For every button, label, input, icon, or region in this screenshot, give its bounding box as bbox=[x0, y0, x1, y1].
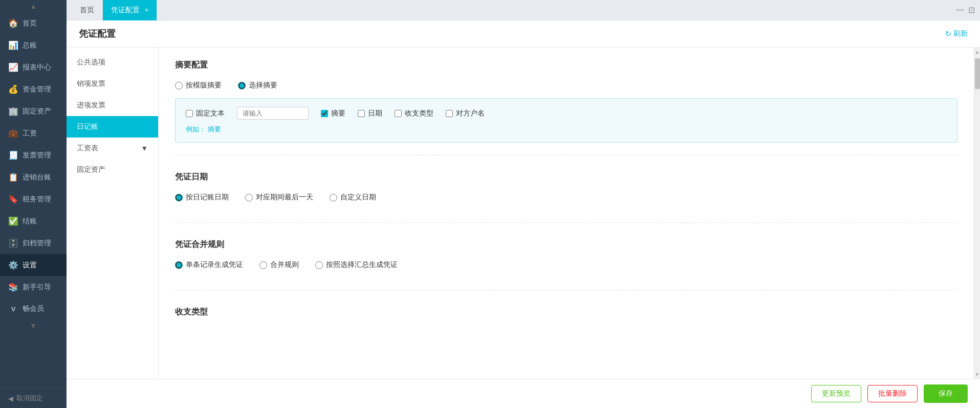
home-icon: 🏠 bbox=[8, 18, 18, 28]
date-radio-custom-input[interactable] bbox=[330, 194, 337, 201]
date-radio-group: 按日记账日期 对应期间最后一天 自定义日期 bbox=[175, 193, 957, 202]
sidebar-item-purchase[interactable]: 📋 进销台账 bbox=[0, 166, 67, 188]
date-radio-custom[interactable]: 自定义日期 bbox=[330, 193, 376, 202]
abstract-section: 摘要配置 按模版摘要 选择摘要 固定文本 bbox=[175, 60, 957, 155]
sidebar-item-label: 进销台账 bbox=[23, 173, 51, 182]
sidebar-item-reports[interactable]: 📈 报表中心 bbox=[0, 56, 67, 78]
nav-item-purchase-inv[interactable]: 进项发票 bbox=[67, 95, 158, 116]
checkbox-date-input[interactable] bbox=[358, 110, 365, 117]
checkbox-income-type[interactable]: 收支类型 bbox=[395, 109, 433, 118]
date-radio-period-last[interactable]: 对应期间最后一天 bbox=[245, 193, 313, 202]
nav-item-assets-label: 固定资产 bbox=[77, 165, 105, 174]
page-header: 凭证配置 ↻ 刷新 bbox=[67, 20, 980, 48]
merge-radio-group: 单条记录生成凭证 合并规则 按照选择汇总生成凭证 bbox=[175, 260, 957, 269]
date-radio-journal-label: 按日记账日期 bbox=[186, 193, 229, 202]
sidebar-item-invoice[interactable]: 🧾 发票管理 bbox=[0, 144, 67, 166]
sidebar-item-assets[interactable]: 🏢 固定资产 bbox=[0, 100, 67, 122]
save-button[interactable]: 保存 bbox=[924, 384, 968, 403]
date-radio-journal[interactable]: 按日记账日期 bbox=[175, 193, 229, 202]
merge-radio-summary-input[interactable] bbox=[315, 261, 323, 269]
checkbox-abstract-input[interactable] bbox=[321, 110, 328, 117]
sidebar-item-archive[interactable]: 🗄️ 归档管理 bbox=[0, 232, 67, 254]
salary-icon: 💼 bbox=[8, 128, 18, 138]
sidebar-item-funds[interactable]: 💰 资金管理 bbox=[0, 78, 67, 100]
example-value: 摘要 bbox=[208, 125, 221, 133]
checkbox-income-type-input[interactable] bbox=[395, 110, 402, 117]
tab-voucher[interactable]: 凭证配置 × bbox=[103, 0, 157, 20]
sidebar-item-ledger[interactable]: 📊 总账 bbox=[0, 34, 67, 56]
bottom-bar: 更新预览 批量删除 保存 bbox=[67, 379, 980, 408]
sidebar-item-label: 畅会员 bbox=[23, 304, 44, 313]
assets-icon: 🏢 bbox=[8, 106, 18, 116]
tab-close-icon[interactable]: × bbox=[145, 7, 148, 14]
sidebar-scroll-down[interactable]: ▼ bbox=[0, 320, 67, 332]
sidebar-item-member[interactable]: V 畅会员 bbox=[0, 298, 67, 320]
sidebar-item-label: 税务管理 bbox=[23, 195, 51, 204]
date-radio-journal-input[interactable] bbox=[175, 194, 183, 201]
merge-radio-single[interactable]: 单条记录生成凭证 bbox=[175, 260, 243, 269]
nav-item-sales[interactable]: 销项发票 bbox=[67, 73, 158, 95]
date-radio-period-last-input[interactable] bbox=[245, 194, 253, 201]
abstract-radio-select-input[interactable] bbox=[238, 82, 246, 89]
sidebar-item-home[interactable]: 🏠 首页 bbox=[0, 12, 67, 34]
merge-rule-section: 凭证合并规则 单条记录生成凭证 合并规则 按照选择汇总生成凭证 bbox=[175, 239, 957, 290]
content-area: 公共选项 销项发票 进项发票 日记账 工资表 ▼ 固定资产 摘要配置 bbox=[67, 48, 980, 379]
scrollbar-up-button[interactable]: ▲ bbox=[974, 48, 980, 56]
minimize-icon[interactable]: — bbox=[956, 5, 964, 15]
checkbox-counterpart-name-input[interactable] bbox=[446, 110, 453, 117]
merge-radio-single-input[interactable] bbox=[175, 261, 183, 269]
merge-radio-merge[interactable]: 合并规则 bbox=[259, 260, 299, 269]
nav-item-journal[interactable]: 日记账 bbox=[67, 116, 158, 138]
sidebar-item-label: 首页 bbox=[23, 19, 37, 28]
fixed-text-input[interactable] bbox=[237, 107, 309, 120]
abstract-radio-template[interactable]: 按模版摘要 bbox=[175, 81, 222, 90]
checkbox-fixed-text-input[interactable] bbox=[186, 110, 193, 117]
nav-item-public-label: 公共选项 bbox=[77, 58, 105, 67]
merge-rule-title: 凭证合并规则 bbox=[175, 239, 957, 250]
nav-item-public[interactable]: 公共选项 bbox=[67, 52, 158, 73]
merge-radio-merge-label: 合并规则 bbox=[270, 260, 299, 269]
tab-home[interactable]: 首页 bbox=[72, 0, 103, 20]
abstract-radio-template-input[interactable] bbox=[175, 82, 183, 89]
sidebar-item-label: 发票管理 bbox=[23, 151, 51, 160]
merge-radio-merge-input[interactable] bbox=[259, 261, 267, 269]
update-preview-button[interactable]: 更新预览 bbox=[811, 385, 861, 402]
checkbox-fixed-text[interactable]: 固定文本 bbox=[186, 109, 225, 118]
example-text: 例如： 摘要 bbox=[186, 125, 947, 134]
maximize-icon[interactable]: ⊡ bbox=[968, 5, 975, 15]
scrollbar-track[interactable] bbox=[974, 56, 980, 370]
nav-item-fixed-assets[interactable]: 固定资产 bbox=[67, 159, 158, 180]
sidebar-item-guide[interactable]: 📚 新手引导 bbox=[0, 276, 67, 298]
tab-bar: 首页 凭证配置 × — ⊡ bbox=[67, 0, 980, 20]
date-radio-period-last-label: 对应期间最后一天 bbox=[256, 193, 313, 202]
pin-icon: ◀ bbox=[8, 395, 13, 402]
sidebar-item-settings[interactable]: ⚙️ 设置 bbox=[0, 254, 67, 276]
checkbox-fixed-text-label: 固定文本 bbox=[196, 109, 225, 118]
scrollbar-down-button[interactable]: ▼ bbox=[974, 370, 980, 379]
tax-icon: 🔖 bbox=[8, 194, 18, 204]
scrollbar-thumb[interactable] bbox=[975, 58, 980, 89]
refresh-button[interactable]: ↻ 刷新 bbox=[945, 29, 968, 38]
checkbox-abstract[interactable]: 摘要 bbox=[321, 109, 345, 118]
guide-icon: 📚 bbox=[8, 282, 18, 292]
page-title: 凭证配置 bbox=[79, 28, 116, 40]
sidebar-unpin-button[interactable]: ◀ 取消固定 bbox=[0, 388, 67, 408]
sidebar-item-close[interactable]: ✅ 结账 bbox=[0, 210, 67, 232]
nav-item-payroll-label: 工资表 bbox=[77, 144, 98, 153]
main-scrollbar: ▲ ▼ bbox=[974, 48, 980, 379]
batch-delete-button[interactable]: 批量删除 bbox=[867, 385, 918, 402]
checkbox-counterpart-name[interactable]: 对方户名 bbox=[446, 109, 485, 118]
income-type-section: 收支类型 bbox=[175, 307, 957, 340]
sidebar-item-salary[interactable]: 💼 工资 bbox=[0, 122, 67, 144]
abstract-radio-select[interactable]: 选择摘要 bbox=[238, 81, 277, 90]
checkbox-date[interactable]: 日期 bbox=[358, 109, 382, 118]
sidebar-item-label: 工资 bbox=[23, 129, 37, 138]
close-account-icon: ✅ bbox=[8, 216, 18, 226]
refresh-icon: ↻ bbox=[945, 30, 951, 38]
nav-item-purchase-label: 进项发票 bbox=[77, 101, 105, 110]
sidebar-item-tax[interactable]: 🔖 税务管理 bbox=[0, 188, 67, 210]
merge-radio-summary[interactable]: 按照选择汇总生成凭证 bbox=[315, 260, 398, 269]
nav-item-payroll[interactable]: 工资表 ▼ bbox=[67, 138, 158, 159]
sidebar-scroll-up[interactable]: ▲ bbox=[0, 0, 67, 12]
tab-voucher-label: 凭证配置 bbox=[111, 6, 140, 15]
